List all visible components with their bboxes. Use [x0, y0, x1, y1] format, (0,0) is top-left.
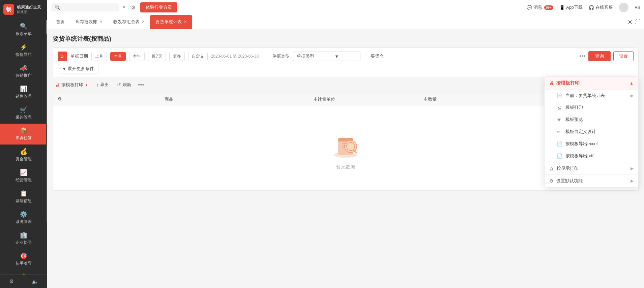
topbar-chevron-icon[interactable]: ▼ — [122, 5, 126, 10]
avatar[interactable] — [619, 3, 628, 12]
search-icon: 🔍 — [20, 23, 27, 30]
main-content: 🔍 ▼ ⚙ 体验行业方案 💬 消息 99+ 📱 App下载 🎧 在线客服 Rit — [47, 0, 644, 288]
sidebar-item-search[interactable]: 🔍 搜索菜单 — [0, 19, 47, 40]
speaker-bottom-icon[interactable]: 🔈 — [32, 278, 38, 285]
username: Rit — [635, 5, 640, 10]
display-print-label: 按显示打印 — [557, 165, 579, 171]
dropdown-item-export-excel[interactable]: 📄 按模板导出excel — [545, 138, 638, 150]
tab-receipt-summary[interactable]: 收发存汇总表 ✕ — [108, 15, 150, 29]
export-excel-icon: 📄 — [557, 141, 563, 147]
type-select[interactable]: 单据类型 ▼ — [293, 52, 360, 61]
th-product: 商品 — [66, 96, 271, 102]
online-service-label: 在线客服 — [595, 4, 613, 10]
sidebar-item-sales[interactable]: 📊 销售管理 — [0, 82, 47, 103]
print-template-dropdown: 🖨 按模板打印 ▲ 📄 当前：要货单统计表 ▶ 🖨 模板打印 👁 模板预览 — [544, 76, 639, 187]
date-btn-custom[interactable]: 自定义 — [188, 52, 208, 61]
refresh-btn[interactable]: ↺ 刷新 — [114, 81, 134, 89]
expand-tabs-icon[interactable]: ⛶ — [635, 19, 641, 25]
sidebar-item-label: 快捷导航 — [16, 52, 32, 58]
search-input[interactable] — [62, 5, 110, 10]
sidebar-item-operation[interactable]: 📈 经营管理 — [0, 165, 47, 186]
date-btn-last-7days[interactable]: 近7天 — [148, 52, 166, 61]
print-chevron-up-icon: ▲ — [85, 83, 88, 87]
dropdown-item-template-print[interactable]: 🖨 模板打印 — [545, 101, 638, 114]
dropdown-close-btn[interactable]: ▲ — [630, 81, 634, 86]
message-btn[interactable]: 💬 消息 99+ — [527, 4, 553, 10]
finance-icon: 💰 — [20, 148, 27, 155]
tab-order-stats-close[interactable]: ✕ — [184, 20, 187, 24]
topbar-search-box[interactable]: 🔍 — [51, 3, 119, 11]
expand-more-btn[interactable]: ▼ 展开更多条件 — [58, 64, 98, 73]
sidebar-item-enterprise[interactable]: 🏢 企业协同 — [0, 228, 47, 249]
tab-receipt-summary-close[interactable]: ✕ — [142, 20, 145, 24]
current-template-row[interactable]: 📄 当前：要货单统计表 ▶ — [545, 90, 638, 101]
print-template-label: 按模板打印 — [61, 82, 83, 88]
type-filter-label: 单据类型 — [272, 53, 290, 59]
sidebar-logo: 畅 畅康通好生意 标准版 — [0, 0, 47, 19]
th-settings[interactable]: ⚙ — [53, 96, 66, 102]
tab-inventory-batch-close[interactable]: ✕ — [99, 20, 103, 24]
close-all-tabs-icon[interactable]: ✕ — [627, 19, 633, 26]
more-options-icon[interactable]: ••• — [579, 53, 586, 60]
app-name: 畅康通好生意 — [17, 4, 41, 10]
sidebar-item-system[interactable]: ⚙️ 系统管理 — [0, 207, 47, 228]
app-download-icon: 📱 — [559, 5, 565, 10]
sidebar-item-label: 采购管理 — [16, 115, 32, 120]
sidebar-item-app-center[interactable]: 🔔 应用中心 — [0, 270, 47, 275]
filter-expand-btn[interactable]: » — [58, 52, 67, 61]
message-label: 消息 — [533, 4, 542, 10]
sidebar-item-marketing[interactable]: 📣 营销推广 — [0, 61, 47, 82]
date-btn-last-month[interactable]: 上月 — [91, 52, 107, 61]
query-btn[interactable]: 查询 — [588, 51, 611, 61]
sidebar-scroll: 🔍 搜索菜单 ⚡ 快捷导航 📣 营销推广 📊 销售管理 🛒 采购管理 📦 库存核… — [0, 19, 47, 275]
filter-row-1: » 单据日期 上月 本月 本年 近7天 更多 自定义 2023-06-01 至 … — [58, 51, 634, 61]
dropdown-item-template-custom[interactable]: ✏ 模板自定义设计 — [545, 126, 638, 138]
sidebar-item-quick-nav[interactable]: ⚡ 快捷导航 — [0, 40, 47, 61]
empty-illustration — [329, 126, 362, 160]
date-range-display: 2023-06-01 至 2023-06-30 — [211, 54, 259, 59]
date-btn-current-month[interactable]: 本月 — [110, 52, 126, 61]
dropdown-header: 🖨 按模板打印 ▲ — [545, 77, 638, 90]
date-btn-current-year[interactable]: 本年 — [129, 52, 145, 61]
tab-order-stats[interactable]: 要货单统计表 ✕ — [150, 15, 192, 29]
tab-home[interactable]: 首页 — [51, 15, 70, 29]
tab-controls: ✕ ⛶ — [627, 19, 641, 26]
tab-inventory-batch[interactable]: 库存批次账 ✕ — [70, 15, 108, 29]
sidebar-item-label: 营销推广 — [16, 73, 32, 78]
app-download-btn[interactable]: 📱 App下载 — [559, 4, 583, 10]
refresh-icon: ↺ — [117, 82, 121, 88]
system-icon: ⚙️ — [20, 211, 27, 218]
export-label: 导出 — [100, 82, 109, 88]
template-preview-label: 模板预览 — [565, 117, 583, 123]
dropdown-item-template-preview[interactable]: 👁 模板预览 — [545, 114, 638, 126]
empty-text: 暂无数据 — [336, 164, 355, 170]
tab-inventory-batch-label: 库存批次账 — [76, 19, 97, 25]
sidebar-item-basic-info[interactable]: 📋 基础信息 — [0, 186, 47, 207]
online-service-btn[interactable]: 🎧 在线客服 — [589, 4, 613, 10]
sidebar-item-purchase[interactable]: 🛒 采购管理 — [0, 103, 47, 124]
display-print-chevron: ▶ — [631, 166, 634, 171]
goods-filter-label: 要货仓 — [371, 53, 384, 59]
marketing-icon: 📣 — [20, 64, 27, 72]
settings-btn[interactable]: 设置 — [613, 51, 634, 61]
trial-btn[interactable]: 体验行业方案 — [140, 2, 177, 12]
dropdown-title-text: 按模板打印 — [556, 80, 580, 86]
current-template-icon: 📄 — [557, 93, 563, 98]
dropdown-display-print-btn[interactable]: 🖨 按显示打印 ▶ — [545, 162, 638, 174]
toolbar-more-icon[interactable]: ••• — [138, 82, 144, 89]
dropdown-set-default-btn[interactable]: ⚙ 设置默认功能 ▶ — [545, 175, 638, 187]
export-btn[interactable]: ↑ 导出 — [94, 81, 112, 89]
sidebar-item-finance[interactable]: 💰 资金管理 — [0, 145, 47, 165]
set-default-icon: ⚙ — [549, 178, 554, 184]
th-unit: 主计量单位 — [271, 96, 377, 102]
sidebar-item-guide[interactable]: 🎯 新手引导 — [0, 249, 47, 270]
filter-row-2: ▼ 展开更多条件 — [58, 64, 634, 73]
topbar-gear-icon[interactable]: ⚙ — [131, 4, 136, 11]
dropdown-item-export-pdf[interactable]: 📄 按模板导出pdf — [545, 150, 638, 162]
print-template-btn[interactable]: 🖨 按模板打印 ▲ — [53, 81, 91, 89]
date-btn-more[interactable]: 更多 — [169, 52, 185, 61]
sidebar-item-inventory[interactable]: 📦 库存核算 — [0, 124, 47, 145]
settings-bottom-icon[interactable]: ⚙ — [9, 278, 14, 285]
sidebar-item-label: 经营管理 — [16, 177, 32, 183]
sidebar-item-label: 系统管理 — [16, 219, 32, 225]
